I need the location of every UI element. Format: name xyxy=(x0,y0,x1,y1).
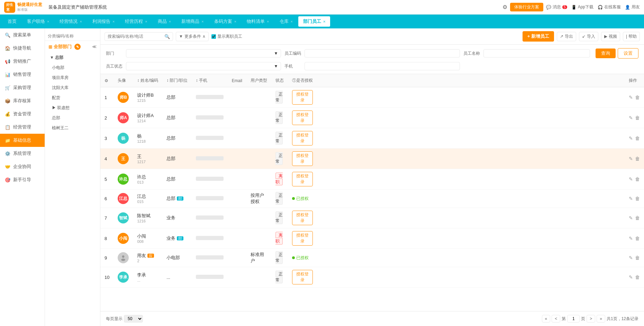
delete-button[interactable]: 🗑 xyxy=(635,215,640,221)
dept-node-shenyang[interactable]: 沈阳大库 xyxy=(45,83,100,93)
nav-tab-dept-staff[interactable]: 部门员工 × xyxy=(298,16,330,27)
last-page-button[interactable]: » xyxy=(597,315,605,323)
dept-node-peihuo[interactable]: 配货 xyxy=(45,93,100,103)
help-button[interactable]: | 帮助 xyxy=(623,32,640,41)
show-resigned-checkbox[interactable] xyxy=(211,34,216,39)
query-button[interactable]: 查询 xyxy=(596,49,616,58)
edit-dept-icon[interactable]: ✎ xyxy=(74,44,81,50)
page-input[interactable] xyxy=(567,315,580,323)
col-dept[interactable]: ↕ 部门/职位 xyxy=(162,74,192,87)
nav-tab-new-goods[interactable]: 新增商品 × xyxy=(176,16,208,27)
close-icon[interactable]: × xyxy=(112,19,115,24)
edit-button[interactable]: ✎ xyxy=(629,274,633,280)
sidebar-item-system[interactable]: ⚙️ 系统管理 xyxy=(0,147,45,160)
close-icon[interactable]: × xyxy=(145,19,147,24)
dept-node-project[interactable]: 项目库房 xyxy=(45,73,100,83)
col-settings[interactable]: ⚙ xyxy=(100,74,114,87)
next-page-button[interactable]: > xyxy=(587,315,595,323)
more-filter-button[interactable]: ▼ 更多条件 ∧ xyxy=(176,32,209,41)
sidebar-item-search[interactable]: 🔍 搜索菜单 xyxy=(0,28,45,42)
sidebar-item-purchase[interactable]: 🛒 采购管理 xyxy=(0,81,45,94)
dept-all[interactable]: ⊞ 全部部门 ✎ ≪ xyxy=(45,41,100,53)
edit-button[interactable]: ✎ xyxy=(629,176,633,182)
dept-filter-select[interactable]: ▼ xyxy=(126,49,281,58)
delete-button[interactable]: 🗑 xyxy=(635,156,640,161)
dept-search-input[interactable] xyxy=(48,34,100,38)
nav-tab-bom[interactable]: 物料清单 × xyxy=(242,16,274,27)
dept-node-xiaodianbü[interactable]: 小电部 xyxy=(45,63,100,73)
auth-button[interactable]: 授权登录 xyxy=(292,111,313,125)
close-icon[interactable]: × xyxy=(169,19,171,24)
sidebar-item-marketing[interactable]: 📢 营销推广 xyxy=(0,55,45,68)
edit-button[interactable]: ✎ xyxy=(629,135,633,141)
search-icon[interactable]: 🔍 xyxy=(164,34,170,39)
edit-button[interactable]: ✎ xyxy=(629,215,633,221)
edit-button[interactable]: ✎ xyxy=(629,156,633,161)
sidebar-item-guide[interactable]: 🎯 新手引导 xyxy=(0,173,45,186)
close-icon[interactable]: × xyxy=(323,19,325,24)
dept-node-zhishu[interactable]: 植树王二 xyxy=(45,123,100,133)
auth-button[interactable]: 授权登录 xyxy=(292,172,313,186)
edit-button[interactable]: ✎ xyxy=(629,255,633,261)
delete-button[interactable]: 🗑 xyxy=(635,135,640,141)
sidebar-item-stock[interactable]: 📦 库存核算 xyxy=(0,94,45,107)
delete-button[interactable]: 🗑 xyxy=(635,255,640,261)
close-icon[interactable]: × xyxy=(234,19,236,24)
nav-tab-barcode[interactable]: 条码方案 × xyxy=(209,16,241,27)
export-button[interactable]: ↗ 导出 xyxy=(557,32,576,41)
delete-button[interactable]: 🗑 xyxy=(635,95,640,100)
import-button[interactable]: ↙ 导入 xyxy=(579,32,598,41)
auth-button[interactable]: 授权登录 xyxy=(292,90,313,105)
sidebar-item-basic[interactable]: 📁 基础信息 xyxy=(0,134,45,147)
user-menu-button[interactable]: 👤 用友 xyxy=(625,4,640,10)
delete-button[interactable]: 🗑 xyxy=(635,176,640,182)
nav-tab-history[interactable]: 经营历程 × xyxy=(120,16,152,27)
nav-tab-warehouse[interactable]: 仓库 × xyxy=(275,16,298,27)
auth-button[interactable]: 授权登录 xyxy=(292,131,313,146)
dept-node-shuangxu[interactable]: ▶ 双虚想 xyxy=(45,103,100,113)
edit-button[interactable]: ✎ xyxy=(629,115,633,121)
add-employee-button[interactable]: + 新增员工 xyxy=(523,31,554,42)
close-icon[interactable]: × xyxy=(201,19,203,24)
per-page-select[interactable]: 50 100 xyxy=(124,315,143,323)
col-name[interactable]: ↕ 姓名/编码 xyxy=(133,74,162,87)
dept-node-zongbu[interactable]: 总部 xyxy=(45,113,100,123)
auth-button[interactable]: 授权登录 xyxy=(292,270,313,284)
nav-tab-operation[interactable]: 经营情况 × xyxy=(55,16,87,27)
first-page-button[interactable]: « xyxy=(542,315,551,323)
app-download-button[interactable]: 📱 App下载 xyxy=(571,4,593,10)
close-icon[interactable]: × xyxy=(267,19,269,24)
close-icon[interactable]: × xyxy=(80,19,82,24)
trial-button[interactable]: 体验行业方案 xyxy=(510,3,543,11)
nav-tab-home[interactable]: 首页 xyxy=(3,16,21,27)
delete-button[interactable]: 🗑 xyxy=(635,115,640,121)
collapse-tree-icon[interactable]: ≪ xyxy=(92,44,97,49)
edit-button[interactable]: ✎ xyxy=(629,236,633,241)
search-input[interactable] xyxy=(108,34,163,39)
message-button[interactable]: 💬 消息 5 xyxy=(546,4,567,10)
phone-filter-input[interactable] xyxy=(305,62,460,70)
close-icon[interactable]: × xyxy=(47,19,49,24)
auth-button[interactable]: 授权登录 xyxy=(292,231,313,246)
delete-button[interactable]: 🗑 xyxy=(635,196,640,201)
sidebar-item-sales[interactable]: 📊 销售管理 xyxy=(0,68,45,81)
nav-tab-profit[interactable]: 利润报告 × xyxy=(88,16,119,27)
settings-icon[interactable]: ⚙ xyxy=(502,4,507,10)
code-filter-input[interactable] xyxy=(305,49,460,58)
nav-tab-goods[interactable]: 商品 × xyxy=(153,16,176,27)
prev-page-button[interactable]: < xyxy=(552,315,560,323)
edit-button[interactable]: ✎ xyxy=(629,95,633,100)
edit-button[interactable]: ✎ xyxy=(629,196,633,201)
sidebar-item-collab[interactable]: 🤝 企业协同 xyxy=(0,160,45,173)
close-icon[interactable]: × xyxy=(291,19,293,24)
delete-button[interactable]: 🗑 xyxy=(635,236,640,241)
status-filter-select[interactable]: ▼ xyxy=(126,62,281,70)
sidebar-item-finance[interactable]: 💰 资金管理 xyxy=(0,107,45,121)
auth-button[interactable]: 授权登录 xyxy=(292,211,313,225)
video-button[interactable]: ▶ 视频 xyxy=(601,32,620,41)
dept-node-zongbu-parent[interactable]: ▼ 总部 xyxy=(45,53,100,63)
show-resigned-label[interactable]: 显示离职员工 xyxy=(211,34,242,39)
sidebar-item-nav[interactable]: 🏠 快捷导航 xyxy=(0,42,45,55)
col-phone[interactable]: ↕ 手机 xyxy=(192,74,228,87)
delete-button[interactable]: 🗑 xyxy=(635,274,640,280)
